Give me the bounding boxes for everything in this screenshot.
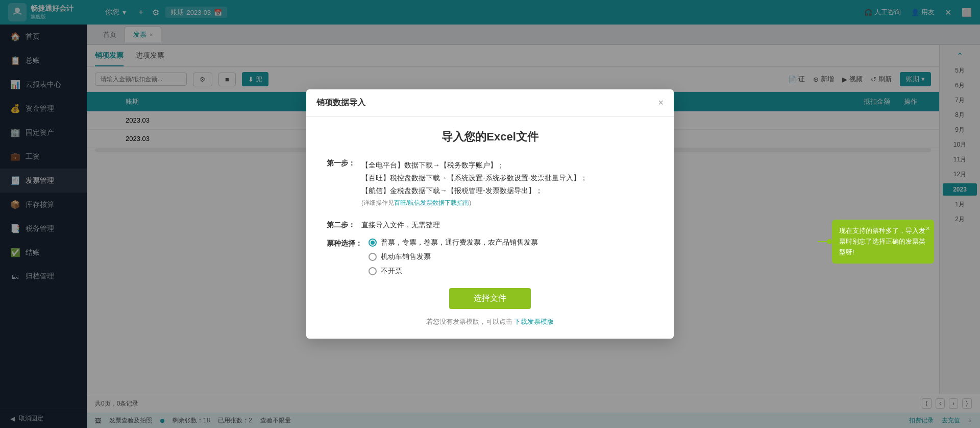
radio-dot-1 bbox=[371, 241, 375, 245]
tooltip-connector bbox=[818, 239, 832, 244]
radio-label-1: 普票，专票，卷票，通行费发票，农产品销售发票 bbox=[381, 238, 538, 247]
tooltip-text: 现在支持的票种多了，导入发票时别忘了选择正确的发票类型呀! bbox=[839, 227, 925, 256]
radio-label-2: 机动车销售发票 bbox=[381, 252, 431, 261]
modal-close-btn[interactable]: × bbox=[658, 98, 664, 108]
modal-main-title: 导入您的Excel文件 bbox=[327, 129, 653, 145]
tooltip-dot bbox=[827, 239, 832, 244]
tooltip-line bbox=[818, 241, 828, 242]
import-modal: 销项数据导入 × 导入您的Excel文件 第一步： 【全电平台】数据下载→【税务… bbox=[306, 89, 674, 339]
radio-label-3: 不开票 bbox=[381, 267, 402, 276]
radio-circle-3 bbox=[369, 267, 377, 275]
step2-row: 第二步： 直接导入文件，无需整理 bbox=[327, 221, 653, 230]
tooltip-close-btn[interactable]: × bbox=[926, 223, 930, 234]
step1-line3: 【航信】金税盘数据下载→【报税管理-发票数据导出】； bbox=[361, 184, 587, 197]
modal-title: 销项数据导入 bbox=[316, 98, 365, 108]
radio-item-1[interactable]: 普票，专票，卷票，通行费发票，农产品销售发票 bbox=[369, 238, 538, 247]
download-note-text: 若您没有发票模版，可以点击 bbox=[426, 318, 512, 325]
download-template-link[interactable]: 下载发票模版 bbox=[514, 318, 554, 325]
download-note: 若您没有发票模版，可以点击 下载发票模版 bbox=[327, 317, 653, 326]
step1-content: 【全电平台】数据下载→【税务数字账户】； 【百旺】税控盘数据下载→【系统设置-系… bbox=[361, 159, 587, 217]
step1-label: 第一步： bbox=[327, 159, 355, 217]
tooltip-box: × 现在支持的票种多了，导入发票时别忘了选择正确的发票类型呀! bbox=[832, 220, 934, 264]
step1-line1: 【全电平台】数据下载→【税务数字账户】； bbox=[361, 159, 587, 172]
radio-circle-2 bbox=[369, 253, 377, 261]
step1-row: 第一步： 【全电平台】数据下载→【税务数字账户】； 【百旺】税控盘数据下载→【系… bbox=[327, 159, 653, 217]
radio-group: 普票，专票，卷票，通行费发票，农产品销售发票 机动车销售发票 不开票 bbox=[369, 238, 538, 276]
modal-body: 导入您的Excel文件 第一步： 【全电平台】数据下载→【税务数字账户】； 【百… bbox=[306, 117, 674, 339]
step1-line2: 【百旺】税控盘数据下载→【系统设置-系统参数设置-发票批量导入】； bbox=[361, 172, 587, 184]
select-file-btn[interactable]: 选择文件 bbox=[449, 288, 531, 309]
radio-item-2[interactable]: 机动车销售发票 bbox=[369, 252, 538, 261]
radio-item-3[interactable]: 不开票 bbox=[369, 267, 538, 276]
step2-label: 第二步： bbox=[327, 221, 355, 230]
modal-header: 销项数据导入 × bbox=[306, 89, 674, 117]
ticket-label: 票种选择： bbox=[327, 238, 362, 248]
step1-note: (详细操作见百旺/航信发票数据下载指南) bbox=[361, 197, 587, 208]
step1-link[interactable]: 百旺/航信发票数据下载指南 bbox=[394, 199, 469, 206]
step2-text: 直接导入文件，无需整理 bbox=[361, 221, 440, 230]
ticket-select: 票种选择： 普票，专票，卷票，通行费发票，农产品销售发票 机动车销售发票 不开票 bbox=[327, 238, 653, 276]
radio-circle-1 bbox=[369, 239, 377, 247]
